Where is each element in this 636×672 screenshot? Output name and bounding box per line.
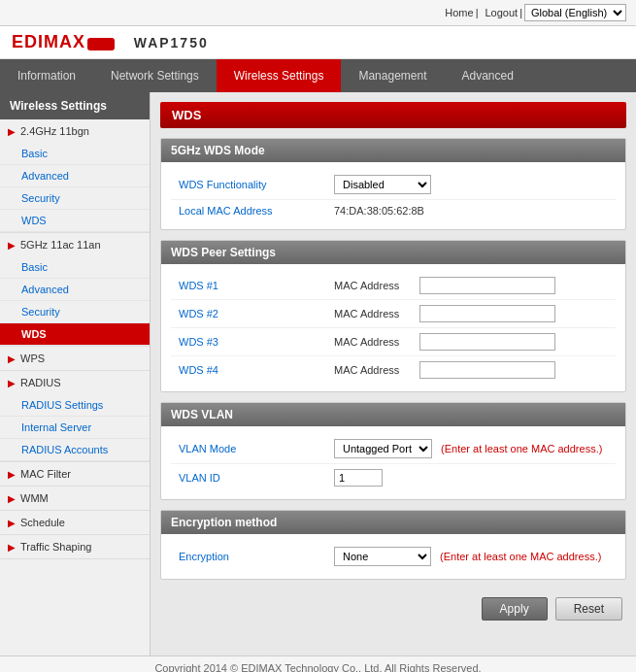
nav-advanced[interactable]: Advanced	[444, 59, 530, 92]
vlan-id-input[interactable]	[334, 469, 383, 487]
arrow-icon-wmm: ▶	[8, 493, 16, 504]
encryption-note: (Enter at least one MAC address.)	[440, 551, 601, 562]
vlan-mode-row: VLAN Mode Untagged Port Tagged Port (Ent…	[171, 434, 616, 464]
logo-area: EDIMAXPro WAP1750	[12, 32, 209, 52]
arrow-icon-schedule: ▶	[8, 518, 16, 528]
sidebar-section-wmm: ▶ WMM	[0, 487, 150, 511]
sidebar-section-schedule: ▶ Schedule	[0, 511, 150, 535]
nav-bar: Information Network Settings Wireless Se…	[0, 59, 636, 92]
sidebar-item-internal-server[interactable]: Internal Server	[0, 417, 150, 439]
sidebar-section-24ghz: ▶ 2.4GHz 11bgn Basic Advanced Security W…	[0, 119, 150, 233]
vlan-mode-value: Untagged Port Tagged Port (Enter at leas…	[334, 439, 608, 458]
wds1-label: WDS #1	[179, 280, 334, 291]
nav-information[interactable]: Information	[0, 59, 93, 92]
sidebar-wmm-header[interactable]: ▶ WMM	[0, 487, 150, 510]
arrow-icon: ▶	[8, 126, 16, 137]
vlan-id-row: VLAN ID	[171, 464, 616, 491]
nav-network-settings[interactable]: Network Settings	[93, 59, 217, 92]
sidebar-item-radius-settings[interactable]: RADIUS Settings	[0, 394, 150, 417]
wds-peer-section: WDS Peer Settings WDS #1 MAC Address WDS…	[160, 240, 626, 392]
wds3-row: WDS #3 MAC Address	[171, 328, 616, 356]
reset-button[interactable]: Reset	[555, 597, 622, 621]
encryption-select[interactable]: None WEP TKIP AES	[334, 547, 431, 566]
encryption-content: Encryption None WEP TKIP AES (Enter at l…	[161, 534, 625, 579]
local-mac-label: Local MAC Address	[179, 205, 334, 217]
sidebar-title: Wireless Settings	[0, 92, 150, 119]
button-row: Apply Reset	[160, 589, 626, 628]
nav-management[interactable]: Management	[341, 59, 444, 92]
sidebar-item-5-security[interactable]: Security	[0, 301, 150, 323]
sidebar: Wireless Settings ▶ 2.4GHz 11bgn Basic A…	[0, 92, 151, 655]
wds1-value: MAC Address	[334, 277, 608, 294]
sidebar-item-5-advanced[interactable]: Advanced	[0, 279, 150, 301]
sidebar-item-radius-accounts[interactable]: RADIUS Accounts	[0, 439, 150, 461]
wds3-value: MAC Address	[334, 333, 608, 351]
encryption-label: Encryption	[179, 551, 334, 562]
wds3-input[interactable]	[419, 333, 555, 351]
sidebar-item-24-advanced[interactable]: Advanced	[0, 165, 150, 187]
sidebar-section-5ghz-header[interactable]: ▶ 5GHz 11ac 11an	[0, 233, 150, 256]
wds-mode-section: 5GHz WDS Mode WDS Functionality Disabled…	[160, 138, 626, 230]
sidebar-item-24-basic[interactable]: Basic	[0, 143, 150, 165]
vlan-mode-select[interactable]: Untagged Port Tagged Port	[334, 439, 432, 458]
home-link[interactable]: Home	[445, 7, 473, 18]
wds4-value: MAC Address	[334, 361, 608, 379]
wds-mode-content: WDS Functionality Disabled Enabled Local…	[161, 162, 625, 229]
pro-badge: Pro	[87, 38, 115, 50]
sidebar-item-5-wds[interactable]: WDS	[0, 323, 150, 346]
language-select[interactable]: Global (English)	[524, 4, 626, 21]
model-name: WAP1750	[134, 35, 209, 50]
wds-peer-content: WDS #1 MAC Address WDS #2 MAC Address WD…	[161, 264, 625, 391]
nav-wireless-settings[interactable]: Wireless Settings	[217, 59, 342, 92]
wds2-input[interactable]	[419, 305, 555, 322]
traffic-shaping-label: Traffic Shaping	[20, 541, 91, 553]
wds1-input[interactable]	[419, 277, 555, 294]
sidebar-item-24-wds[interactable]: WDS	[0, 210, 150, 232]
vlan-note: (Enter at least one MAC address.)	[441, 443, 602, 454]
sidebar-section-radius: ▶ RADIUS RADIUS Settings Internal Server…	[0, 371, 150, 462]
page-title: WDS	[160, 102, 626, 128]
sidebar-item-24-security[interactable]: Security	[0, 187, 150, 210]
sidebar-section-traffic-shaping: ▶ Traffic Shaping	[0, 535, 150, 559]
sidebar-radius-header[interactable]: ▶ RADIUS	[0, 371, 150, 394]
arrow-icon-radius: ▶	[8, 378, 16, 388]
wds2-row: WDS #2 MAC Address	[171, 300, 616, 328]
arrow-icon-mac: ▶	[8, 469, 16, 480]
sidebar-section-24ghz-header[interactable]: ▶ 2.4GHz 11bgn	[0, 119, 150, 143]
local-mac-value: 74:DA:38:05:62:8B	[334, 205, 608, 217]
edimax-logo: EDIMAXPro	[12, 32, 115, 52]
arrow-icon-5ghz: ▶	[8, 240, 16, 251]
footer: Copyright 2014 © EDIMAX Technology Co., …	[0, 655, 636, 672]
arrow-icon-wps: ▶	[8, 353, 16, 364]
wds4-input[interactable]	[419, 361, 555, 379]
content-area: WDS 5GHz WDS Mode WDS Functionality Disa…	[151, 92, 636, 655]
vlan-id-value	[334, 469, 608, 487]
encryption-row: Encryption None WEP TKIP AES (Enter at l…	[171, 542, 616, 571]
wds1-row: WDS #1 MAC Address	[171, 272, 616, 300]
main-layout: Wireless Settings ▶ 2.4GHz 11bgn Basic A…	[0, 92, 636, 655]
wds-vlan-content: VLAN Mode Untagged Port Tagged Port (Ent…	[161, 426, 625, 499]
wds-functionality-select[interactable]: Disabled Enabled	[334, 175, 431, 194]
wds3-label: WDS #3	[179, 336, 334, 348]
wds-functionality-label[interactable]: WDS Functionality	[179, 179, 334, 190]
sidebar-section-wps: ▶ WPS	[0, 347, 150, 371]
logout-link[interactable]: Logout	[485, 7, 518, 18]
encryption-section: Encryption method Encryption None WEP TK…	[160, 510, 626, 580]
wds-peer-header: WDS Peer Settings	[161, 241, 625, 264]
wds2-value: MAC Address	[334, 305, 608, 322]
sidebar-wps-header[interactable]: ▶ WPS	[0, 347, 150, 370]
wds4-row: WDS #4 MAC Address	[171, 356, 616, 384]
wds-functionality-value: Disabled Enabled	[334, 175, 608, 194]
wds-mode-header: 5GHz WDS Mode	[161, 139, 625, 162]
encryption-header: Encryption method	[161, 511, 625, 534]
sidebar-mac-filter-header[interactable]: ▶ MAC Filter	[0, 462, 150, 486]
sidebar-item-5-basic[interactable]: Basic	[0, 256, 150, 279]
apply-button[interactable]: Apply	[482, 597, 548, 621]
sidebar-traffic-shaping-header[interactable]: ▶ Traffic Shaping	[0, 535, 150, 558]
sidebar-schedule-header[interactable]: ▶ Schedule	[0, 511, 150, 534]
sidebar-section-5ghz: ▶ 5GHz 11ac 11an Basic Advanced Security…	[0, 233, 150, 347]
footer-text: Copyright 2014 © EDIMAX Technology Co., …	[154, 662, 481, 672]
wds4-label: WDS #4	[179, 364, 334, 376]
wds-functionality-row: WDS Functionality Disabled Enabled	[171, 170, 616, 200]
top-bar: Home | Logout | Global (English)	[0, 0, 636, 26]
